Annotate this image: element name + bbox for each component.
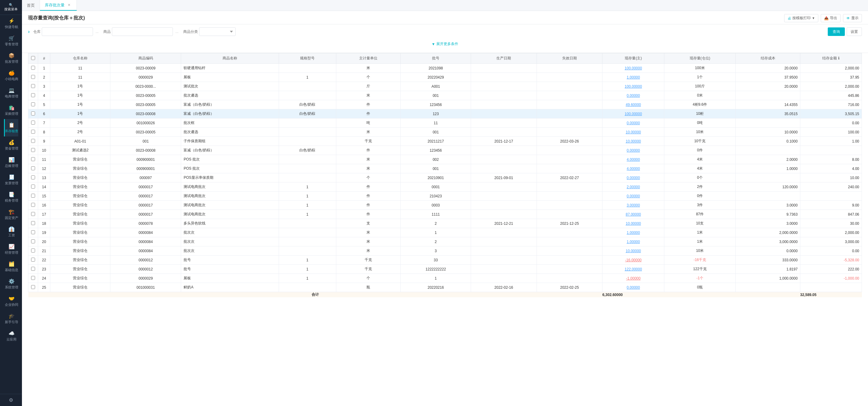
row-checkbox[interactable]	[28, 100, 38, 109]
row-checkbox[interactable]	[28, 265, 38, 274]
sidebar-item-inventory[interactable]: 📋库存核查	[4, 119, 18, 136]
row-checkbox[interactable]	[28, 91, 38, 100]
row-qty-main[interactable]: 0.00000	[602, 283, 664, 292]
row-checkbox[interactable]	[28, 274, 38, 283]
row-qty-main[interactable]: 87.00000	[602, 210, 664, 219]
collapse-btn[interactable]: ›	[28, 29, 30, 34]
row-qty-main[interactable]: 100.00000	[602, 82, 664, 91]
table-row: 20 营业综仓 0000084 批次次 米 2 1.00000 1米 3,000…	[28, 237, 862, 246]
row-checkbox[interactable]	[28, 64, 38, 73]
row-no: 24	[38, 274, 50, 283]
goods-input[interactable]	[112, 27, 173, 36]
row-qty-main[interactable]: -1.00000	[602, 274, 664, 283]
row-exp-date	[536, 73, 602, 82]
row-qty-main[interactable]: 10.00000	[602, 128, 664, 137]
search-button[interactable]: 查询	[828, 27, 845, 36]
sidebar-item-wholesale[interactable]: 📦批发管理	[4, 49, 18, 67]
row-qty-main[interactable]: 1.00000	[602, 73, 664, 82]
row-qty-main[interactable]: 1.00000	[602, 237, 664, 246]
row-checkbox[interactable]	[28, 73, 38, 82]
row-qty-main[interactable]: 1.00000	[602, 228, 664, 237]
sidebar-item-system[interactable]: ⚙️系统管理	[4, 275, 18, 293]
row-qty-main[interactable]: -16.00000	[602, 256, 664, 265]
row-qty-main[interactable]: 0.00000	[602, 173, 664, 182]
sidebar-item-mini-ecom[interactable]: 🍊小桔电商	[4, 67, 18, 84]
tab-home[interactable]: 首页	[22, 0, 40, 11]
print-button[interactable]: 🖨 按模板打印 ▼	[784, 14, 818, 22]
row-checkbox[interactable]	[28, 82, 38, 91]
table-row: 15 营业综仓 0000017 测试电商批次 1 件 210423 0.0000…	[28, 192, 862, 201]
row-checkbox[interactable]	[28, 219, 38, 228]
row-qty-store: 4柜9.6件	[664, 100, 736, 109]
set-button[interactable]: 设置	[847, 27, 862, 36]
sidebar-item-purchase[interactable]: 🛍️采购管理	[4, 102, 18, 119]
row-unit: 米	[336, 228, 401, 237]
sidebar-search[interactable]: 🔍 搜索菜单	[0, 0, 22, 15]
row-checkbox[interactable]	[28, 109, 38, 119]
row-checkbox[interactable]	[28, 256, 38, 265]
row-checkbox[interactable]	[28, 192, 38, 201]
row-checkbox[interactable]	[28, 210, 38, 219]
sidebar-item-general[interactable]: 📊总账管理	[4, 154, 18, 171]
row-prod-date	[471, 237, 536, 246]
row-checkbox[interactable]	[28, 237, 38, 246]
sidebar-item-operations[interactable]: 📈经营管理	[4, 241, 18, 258]
sidebar-icon-cloud: ☁️	[8, 331, 14, 336]
sidebar-item-retail[interactable]: 🛒零售管理	[4, 32, 18, 49]
row-amount	[800, 146, 862, 155]
row-qty-main[interactable]: 3.00000	[602, 201, 664, 210]
select-all-checkbox[interactable]	[31, 56, 35, 60]
tab-close-button[interactable]: ✕	[66, 2, 72, 8]
row-qty-main[interactable]: 0.00000	[602, 146, 664, 155]
row-batch: 123456	[401, 146, 471, 155]
row-checkbox[interactable]	[28, 182, 38, 192]
row-checkbox[interactable]	[28, 228, 38, 237]
row-qty-main[interactable]: 4.00000	[602, 164, 664, 173]
sidebar-item-cloud[interactable]: ☁️云应用	[4, 328, 18, 345]
warehouse-input[interactable]	[42, 27, 93, 36]
row-qty-main[interactable]: 0.00000	[602, 119, 664, 128]
sidebar-item-fixed-assets[interactable]: 🏗️固定资产	[4, 206, 18, 223]
row-qty-main[interactable]: 4.00000	[602, 155, 664, 164]
sidebar-item-hr[interactable]: 👔工资	[4, 223, 18, 241]
expand-more-btn[interactable]: ▼ 展开更多条件	[429, 40, 461, 48]
row-checkbox[interactable]	[28, 155, 38, 164]
sidebar-item-capital[interactable]: 💰资金管理	[4, 136, 18, 154]
row-qty-main[interactable]: 122.00000	[602, 265, 664, 274]
row-qty-main[interactable]: 100.00000	[602, 64, 664, 73]
row-checkbox[interactable]	[28, 137, 38, 146]
sidebar-label-ecom: 电商管理	[5, 94, 18, 99]
row-qty-main[interactable]: 0.00000	[602, 192, 664, 201]
settings-button[interactable]: ⚙	[0, 394, 22, 406]
row-qty-main[interactable]: 100.00000	[602, 109, 664, 119]
row-qty-main[interactable]: 2.00000	[602, 182, 664, 192]
row-checkbox[interactable]	[28, 164, 38, 173]
row-checkbox[interactable]	[28, 173, 38, 182]
row-checkbox[interactable]	[28, 119, 38, 128]
tab-inventory-batch[interactable]: 库存批次量 ✕	[40, 0, 77, 11]
sidebar-item-invoice[interactable]: 🧾发票管理	[4, 171, 18, 189]
row-checkbox[interactable]	[28, 283, 38, 292]
row-checkbox[interactable]	[28, 246, 38, 256]
row-unit: 米	[336, 246, 401, 256]
row-checkbox[interactable]	[28, 128, 38, 137]
row-checkbox[interactable]	[28, 201, 38, 210]
row-qty-main[interactable]: 10.00000	[602, 246, 664, 256]
row-checkbox[interactable]	[28, 146, 38, 155]
row-goods-name: 富减（白色/奶棕）	[181, 100, 279, 109]
sidebar-item-quick-nav[interactable]: ⚡快捷导航	[4, 15, 18, 32]
row-qty-main[interactable]: 10.00000	[602, 137, 664, 146]
sidebar-item-ecom[interactable]: 💻电商管理	[4, 84, 18, 102]
row-goods-name: 测试电商批次	[181, 210, 279, 219]
category-select[interactable]	[199, 27, 236, 36]
row-qty-main[interactable]: 10.00000	[602, 219, 664, 228]
sidebar-item-enterprise[interactable]: 🤝企业协同	[4, 293, 18, 310]
sidebar-item-basic[interactable]: 🗂️基础信息	[4, 258, 18, 275]
row-qty-main[interactable]: 49.60000	[602, 100, 664, 109]
sidebar-item-tax[interactable]: 📑税务管理	[4, 189, 18, 206]
row-qty-main[interactable]: 0.00000	[602, 91, 664, 100]
row-spec	[279, 228, 336, 237]
sidebar-item-guide[interactable]: 🎓新手引导	[4, 310, 18, 328]
show-button[interactable]: 👁 显示	[843, 14, 862, 22]
export-button[interactable]: 📤 导出	[821, 14, 841, 22]
